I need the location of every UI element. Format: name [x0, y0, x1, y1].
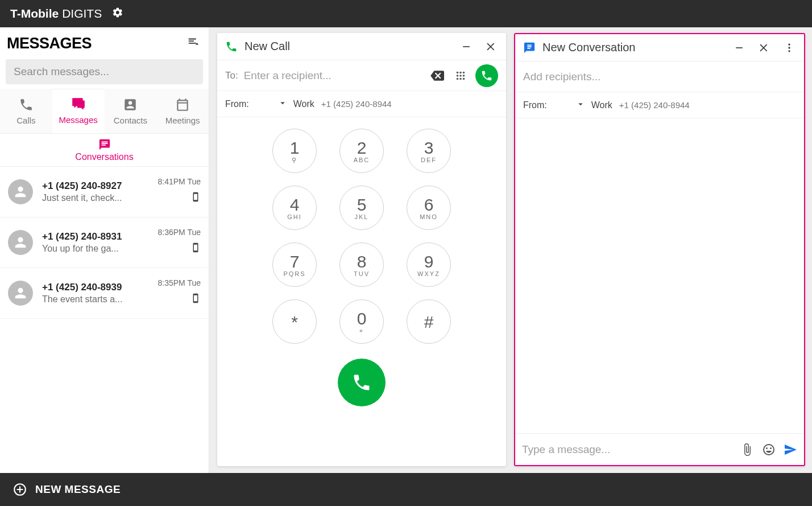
svg-point-4: [457, 75, 459, 77]
minimize-button[interactable]: [730, 39, 748, 57]
search-input[interactable]: [6, 59, 203, 84]
sidebar-tabs: Calls Messages Contacts Meetings: [0, 89, 209, 134]
key-7[interactable]: 7PQRS: [272, 242, 317, 287]
from-selector[interactable]: From: Work +1 (425) 240-8944: [515, 92, 804, 118]
key-6[interactable]: 6MNO: [407, 186, 451, 230]
device-icon: [190, 291, 201, 308]
chat-icon: [98, 138, 111, 151]
recipient-input[interactable]: [244, 69, 422, 82]
plus-circle-icon: [13, 482, 27, 497]
person-icon: [13, 235, 28, 250]
call-button[interactable]: [475, 64, 498, 87]
tab-meetings-label: Meetings: [165, 116, 200, 125]
brand-light: DIGITS: [62, 7, 102, 20]
svg-rect-10: [736, 47, 743, 48]
tab-contacts-label: Contacts: [114, 116, 147, 125]
calendar-icon: [175, 97, 190, 112]
svg-point-13: [788, 50, 790, 52]
avatar: [8, 281, 33, 306]
key-hash[interactable]: #: [407, 299, 451, 344]
svg-point-5: [459, 75, 462, 77]
line-number: +1 (425) 240-8944: [321, 99, 392, 109]
key-9[interactable]: 9WXYZ: [407, 242, 451, 287]
timestamp: 8:41PM Tue: [158, 177, 201, 186]
dialpad-icon: [454, 69, 467, 82]
panel-title: New Call: [245, 40, 450, 53]
backspace-button[interactable]: [428, 67, 446, 85]
device-icon: [190, 190, 201, 207]
key-1[interactable]: 1⚲: [272, 129, 317, 173]
send-button[interactable]: [784, 443, 797, 456]
contact-name: +1 (425) 240-8931: [42, 231, 149, 242]
key-5[interactable]: 5JKL: [339, 186, 384, 230]
brand-bold: T-Mobile: [10, 7, 59, 20]
dial-button[interactable]: [338, 359, 386, 406]
page-title: MESSAGES: [7, 35, 92, 52]
svg-point-9: [463, 77, 465, 80]
dialpad-toggle[interactable]: [451, 67, 470, 85]
key-0[interactable]: 0+: [339, 299, 384, 344]
key-8[interactable]: 8TUV: [339, 242, 384, 287]
list-item[interactable]: +1 (425) 240-8927 Just sent it, check...…: [0, 167, 209, 217]
svg-point-1: [457, 71, 459, 73]
attach-button[interactable]: [740, 443, 754, 456]
key-3[interactable]: 3DEF: [407, 129, 451, 173]
list-item[interactable]: +1 (425) 240-8939 The event starts a... …: [0, 268, 209, 319]
new-conversation-panel: New Conversation From: Work +1 (425) 240…: [514, 33, 805, 466]
key-4[interactable]: 4GHI: [272, 186, 317, 230]
key-2[interactable]: 2ABC: [339, 129, 384, 173]
new-call-panel: New Call To: From: Work +1 (425) 2: [217, 33, 506, 466]
device-icon: [190, 240, 201, 257]
gear-icon: [112, 7, 123, 18]
face-icon: [762, 443, 776, 456]
subtab-conversations[interactable]: Conversations: [0, 134, 209, 167]
message-preview: You up for the ga...: [42, 244, 149, 254]
close-icon: [759, 42, 770, 54]
tab-messages-label: Messages: [59, 115, 97, 125]
message-icon: [523, 42, 536, 54]
chevron-down-icon: [575, 99, 586, 112]
dialpad: 1⚲ 2ABC 3DEF 4GHI 5JKL 6MNO 7PQRS 8TUV 9…: [217, 117, 506, 466]
line-label: Work: [591, 100, 612, 110]
message-input[interactable]: [522, 443, 732, 456]
message-preview: The event starts a...: [42, 294, 149, 305]
tab-calls-label: Calls: [16, 116, 35, 125]
key-star[interactable]: *: [272, 299, 317, 344]
svg-point-6: [463, 75, 465, 77]
brand: T-Mobile DIGITS: [10, 7, 102, 20]
sort-button[interactable]: [187, 36, 200, 51]
sidebar: MESSAGES Calls Messages Co: [0, 27, 209, 473]
conversation-list[interactable]: +1 (425) 240-8927 Just sent it, check...…: [0, 167, 209, 473]
close-button[interactable]: [482, 38, 500, 56]
timestamp: 8:36PM Tue: [158, 228, 201, 237]
more-vertical-icon: [784, 42, 795, 54]
svg-point-11: [788, 43, 790, 45]
to-label: To:: [225, 70, 238, 81]
settings-button[interactable]: [112, 7, 123, 20]
phone-icon: [19, 97, 34, 112]
tab-calls[interactable]: Calls: [0, 89, 52, 133]
min像minimize-button[interactable]: [457, 38, 475, 56]
send-icon: [784, 443, 797, 456]
new-message-button[interactable]: NEW MESSAGE: [0, 473, 812, 506]
avatar: [8, 179, 33, 204]
contacts-icon: [123, 97, 138, 112]
emoji-button[interactable]: [762, 443, 776, 456]
list-item[interactable]: +1 (425) 240-8931 You up for the ga... 8…: [0, 217, 209, 268]
minimize-icon: [734, 42, 745, 54]
tab-contacts[interactable]: Contacts: [105, 89, 157, 133]
chevron-down-icon: [277, 98, 288, 110]
tab-meetings[interactable]: Meetings: [156, 89, 209, 133]
from-label: From:: [523, 100, 547, 110]
tab-messages[interactable]: Messages: [52, 89, 105, 133]
close-button[interactable]: [755, 39, 773, 57]
svg-point-12: [788, 47, 790, 48]
svg-point-3: [463, 71, 465, 73]
phone-icon: [480, 69, 493, 82]
more-button[interactable]: [780, 39, 798, 57]
conversation-body: [515, 118, 804, 433]
recipients-input[interactable]: [523, 71, 796, 83]
new-message-label: NEW MESSAGE: [35, 483, 121, 496]
svg-rect-0: [463, 46, 470, 47]
from-selector[interactable]: From: Work +1 (425) 240-8944: [217, 91, 506, 117]
